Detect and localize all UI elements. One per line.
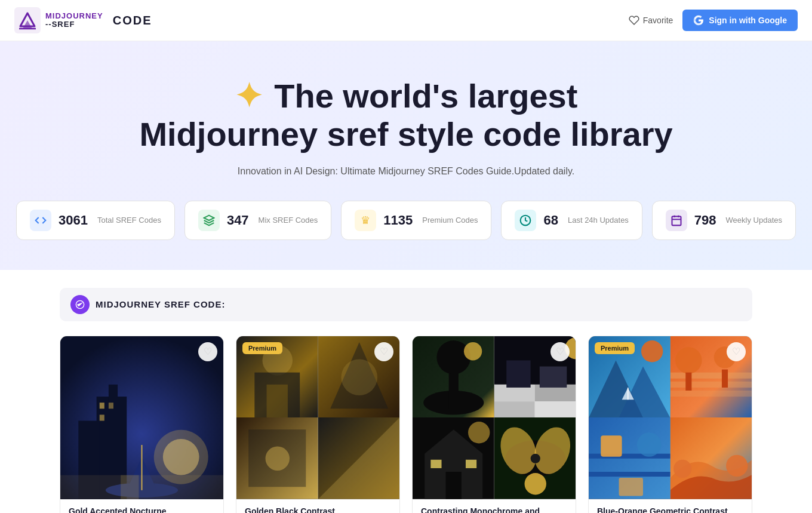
heart-icon [629,15,639,26]
svg-rect-75 [670,391,752,397]
svg-rect-73 [670,372,752,378]
stat-icon-clock [515,210,536,231]
premium-badge-2: Premium [242,342,282,354]
card-artwork-2c [236,417,318,499]
favorite-card-4-button[interactable]: ♡ [727,342,746,361]
svg-rect-85 [619,478,643,496]
stat-label-last24h: Last 24h Updates [568,216,629,225]
stat-number-premium: 1135 [383,213,413,228]
svg-rect-23 [109,403,113,408]
stat-icon-calendar [666,210,687,231]
favorite-card-1-button[interactable]: ♡ [198,342,217,361]
stat-card-premium: ♛ 1135 Premium Codes [341,201,491,240]
header-right: Favorite Sign in with Google [629,10,798,31]
header: MIDJOURNEY --SREF CODE Favorite Sign in … [0,0,812,41]
card-gold-nocturne: ♡ Gold Accented Nocturne 02/25/2025 -- s… [60,336,224,513]
svg-rect-82 [589,472,670,477]
card-golden-black: Premium ♡ Golden Black Contrast 02/25/20… [236,336,400,513]
svg-rect-57 [466,460,476,468]
card-artwork-1 [60,336,223,499]
card-image-golden-black: Premium ♡ [236,336,399,499]
stat-icon-crown: ♛ [355,210,376,231]
card-body-2: Golden Black Contrast 02/25/2025 -- sref… [236,499,399,513]
svg-point-64 [524,473,546,494]
stat-card-last24h: 68 Last 24h Updates [501,201,642,240]
card-image-gold-nocturne: ♡ [60,336,223,499]
svg-rect-50 [506,360,530,388]
card-name-3: Contrasting Monochrome and Yellow Highli… [421,506,567,513]
card-body-4: Blue-Orange Geometric Contrast 02/25/202… [589,499,752,513]
card-image-grid-3 [413,336,576,499]
card-name-2: Golden Black Contrast [245,506,391,513]
svg-point-63 [530,454,540,463]
stats-row: 3061 Total SREF Codes 347 Mix SREF Codes… [12,201,800,240]
svg-rect-49 [534,401,576,417]
logo-code-text: CODE [113,14,152,27]
stat-label-total: Total SREF Codes [97,216,161,225]
stat-icon-code [30,210,51,231]
sparkle-icon: ✦ [235,77,263,115]
main-section: MIDJOURNEY SREF CODE: [48,270,764,513]
stat-label-weekly: Weekly Updates [726,216,782,225]
stat-number-weekly: 798 [694,213,716,228]
hero-subtitle: Innovation in AI Design: Ultimate Midjou… [12,166,800,177]
svg-rect-78 [685,372,691,390]
svg-rect-56 [430,460,441,468]
sign-in-button[interactable]: Sign in with Google [682,10,798,31]
svg-point-58 [468,422,490,443]
sign-in-label: Sign in with Google [709,16,787,25]
premium-badge-4: Premium [595,342,635,354]
favorite-button[interactable]: Favorite [629,15,673,26]
stat-number-last24h: 68 [543,213,558,228]
svg-point-32 [341,359,377,395]
svg-rect-74 [670,382,752,388]
section-header-icon [70,295,90,314]
section-header: MIDJOURNEY SREF CODE: [60,288,752,321]
svg-point-13 [163,439,199,475]
stat-number-total: 3061 [59,213,88,228]
svg-point-84 [637,433,661,457]
logo-text: MIDJOURNEY --SREF [45,12,103,29]
card-artwork-3c [413,417,494,499]
svg-rect-20 [60,475,223,499]
svg-point-42 [436,340,470,374]
card-artwork-2d [318,417,400,499]
hero-title-line2: Midjourney sref style code library [139,115,672,153]
stat-icon-layers [198,210,220,231]
card-blue-orange: Premium ♡ Blue-Orange Geometric Contrast… [588,336,752,513]
section-title: MIDJOURNEY SREF CODE: [96,299,225,309]
card-body-3: Contrasting Monochrome and Yellow Highli… [413,499,576,513]
logo-sref-text: --SREF [45,20,103,29]
card-image-grid-4 [589,336,752,499]
logo-midjourney-text: MIDJOURNEY [45,12,103,20]
card-name-1: Gold Accented Nocturne [69,506,215,513]
card-image-blue-orange: Premium ♡ [589,336,752,499]
logo-area: MIDJOURNEY --SREF CODE [14,7,152,33]
svg-rect-15 [109,385,118,403]
card-image-mono-yellow: ♡ [413,336,576,499]
favorite-card-2-button[interactable]: ♡ [374,342,393,361]
stat-card-total-sref: 3061 Total SREF Codes [16,201,175,240]
svg-rect-48 [494,401,535,417]
svg-point-87 [673,460,691,478]
svg-rect-6 [672,216,681,225]
card-artwork-3a [413,336,494,418]
svg-rect-29 [267,385,288,418]
svg-point-88 [726,455,748,477]
svg-marker-4 [204,215,214,220]
stat-number-mix: 347 [227,213,249,228]
card-artwork-4c [589,417,670,499]
hero-title-line1: The world's largest [274,77,577,115]
google-icon [693,15,704,26]
card-image-grid-2 [236,336,399,499]
logo-icon [14,7,41,33]
card-body-1: Gold Accented Nocturne 02/25/2025 -- sre… [60,499,223,513]
stat-card-weekly: 798 Weekly Updates [652,201,796,240]
svg-point-35 [266,447,290,471]
svg-rect-79 [721,369,727,387]
hero-title: ✦ The world's largest Midjourney sref st… [12,77,800,154]
hero-section: ✦ The world's largest Midjourney sref st… [0,41,812,270]
favorite-card-3-button[interactable]: ♡ [550,342,570,361]
card-name-4: Blue-Orange Geometric Contrast [597,506,743,513]
svg-rect-21 [121,475,139,499]
